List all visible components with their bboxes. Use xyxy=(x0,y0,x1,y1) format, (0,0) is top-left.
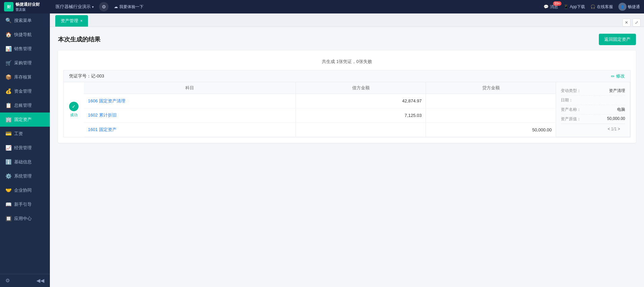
app-download-label: App下载 xyxy=(570,4,585,10)
sidebar-label-payroll: 工资 xyxy=(14,131,44,137)
side-info-row: 资产名称： 电脑 xyxy=(561,105,625,115)
sidebar-item-app-center[interactable]: 🔲 应用中心 xyxy=(0,212,50,226)
sidebar-label-search: 搜索菜单 xyxy=(14,18,44,24)
next-page-icon[interactable]: > xyxy=(618,127,620,131)
side-label-1: 日期： xyxy=(561,97,573,103)
sidebar-icon-fixed-assets: 🏢 xyxy=(5,117,11,123)
side-label-3: 资产原值： xyxy=(561,116,581,122)
settings-icon[interactable]: ⚙ xyxy=(99,2,109,11)
message-button[interactable]: 💬 消息 99+ xyxy=(544,4,558,10)
table-row: 1602 累计折旧 7,125.03 xyxy=(84,108,556,123)
sidebar-item-payroll[interactable]: 💳 工资 xyxy=(0,127,50,141)
sidebar-icon-system: ⚙️ xyxy=(5,173,11,179)
collapse-icon[interactable]: ◀◀ xyxy=(36,278,44,284)
avatar: 👤 xyxy=(618,3,626,11)
message-badge: 99+ xyxy=(553,1,561,6)
sidebar-icon-purchase: 🛒 xyxy=(5,60,11,66)
user-name: 畅捷通 xyxy=(628,4,640,10)
sidebar-item-enterprise[interactable]: 🤝 企业协同 xyxy=(0,183,50,197)
table-row: 1606 固定资产清理 42,874.97 xyxy=(84,94,556,108)
sidebar-item-system[interactable]: ⚙️ 系统管理 xyxy=(0,169,50,183)
side-info-row: 资产原值： 50,000.00 xyxy=(561,115,625,124)
tab-bar: 首页资产管理 × xyxy=(50,13,644,27)
cell-debit-1: 7,125.03 xyxy=(296,108,426,123)
company-selector[interactable]: 医疗器械行业演示 ▾ xyxy=(53,2,96,11)
cell-credit-1 xyxy=(426,108,556,123)
cell-subject-1: 1602 累计折旧 xyxy=(84,108,296,123)
sidebar-item-purchase[interactable]: 🛒 采购管理 xyxy=(0,56,50,70)
side-value-3: 50,000.00 xyxy=(607,116,625,122)
prev-page-icon[interactable]: < xyxy=(608,127,610,131)
expand-button[interactable]: ⤢ xyxy=(633,19,641,27)
tab-close-asset-management[interactable]: × xyxy=(80,19,83,23)
edit-icon: ✏ xyxy=(611,74,615,79)
customer-service-label: 在线客服 xyxy=(597,4,613,10)
sidebar-label-fixed-assets: 固定资产 xyxy=(14,117,44,123)
sidebar-icon-search: 🔍 xyxy=(5,18,11,24)
cell-debit-2 xyxy=(296,123,426,137)
app-name: 畅捷通好业财 xyxy=(16,2,40,7)
experience-label: 我要体验一下 xyxy=(119,4,144,10)
close-button[interactable]: ✕ xyxy=(622,19,631,27)
page-info: 1/1 xyxy=(611,127,617,131)
sidebar-item-quick-nav[interactable]: 🏠 快捷导航 xyxy=(0,28,50,42)
sidebar-label-basic-info: 基础信息 xyxy=(14,159,44,165)
settings-bottom-icon[interactable]: ⚙ xyxy=(5,278,10,284)
side-label-0: 变动类型： xyxy=(561,88,581,94)
phone-icon: 📱 xyxy=(563,4,569,9)
side-info-rows: 变动类型： 资产清理 日期： 资产名称： 电脑 资产原值： 50,000.00 xyxy=(561,86,625,124)
app-version: 普及版 xyxy=(16,7,40,12)
cell-subject-0: 1606 固定资产清理 xyxy=(84,94,296,108)
sidebar-label-sales: 销售管理 xyxy=(14,46,44,52)
sidebar-item-basic-info[interactable]: ℹ️ 基础信息 xyxy=(0,155,50,169)
side-value-0: 资产清理 xyxy=(609,88,625,94)
tab-asset-management[interactable]: 资产管理 × xyxy=(55,15,88,27)
voucher-table: 科目 借方金额 贷方金额 1606 固定资产清理 42,874.97 1602 … xyxy=(84,82,556,137)
sidebar-item-search[interactable]: 🔍 搜索菜单 xyxy=(0,13,50,28)
col-subject: 科目 xyxy=(84,82,296,94)
sidebar-label-enterprise: 企业协同 xyxy=(14,187,44,193)
page-header: 本次生成的结果 返回固定资产 xyxy=(58,34,636,45)
sidebar-item-ledger[interactable]: 📋 总账管理 xyxy=(0,98,50,113)
sidebar-item-inventory[interactable]: 📦 库存核算 xyxy=(0,70,50,84)
sidebar-item-fixed-assets[interactable]: 🏢 固定资产 xyxy=(0,113,50,127)
sidebar-item-operations[interactable]: 📈 经营管理 xyxy=(0,141,50,155)
logo-area: 财 畅捷通好业财 普及版 xyxy=(4,2,53,12)
message-icon: 💬 xyxy=(544,4,549,9)
sidebar-label-quick-nav: 快捷导航 xyxy=(14,32,44,38)
return-button[interactable]: 返回固定资产 xyxy=(599,34,636,45)
result-card: 共生成 1张凭证，0张失败 凭证字号：记-003 ✏ 修改 ✓ xyxy=(58,51,636,143)
sidebar-icon-ledger: 📋 xyxy=(5,102,11,108)
side-value-2: 电脑 xyxy=(617,107,625,113)
sidebar-item-sales[interactable]: 📊 销售管理 xyxy=(0,42,50,56)
page-content: 本次生成的结果 返回固定资产 共生成 1张凭证，0张失败 凭证字号：记-003 … xyxy=(50,27,644,287)
sidebar-label-ledger: 总账管理 xyxy=(14,102,44,108)
sidebar-item-fund[interactable]: 💰 资金管理 xyxy=(0,84,50,98)
experience-icon: ☁ xyxy=(114,4,118,9)
edit-button[interactable]: ✏ 修改 xyxy=(611,73,625,79)
sidebar-icon-inventory: 📦 xyxy=(5,74,11,80)
cell-subject-2: 1601 固定资产 xyxy=(84,123,296,137)
chevron-down-icon: ▾ xyxy=(92,5,94,9)
side-pagination: < 1/1 > xyxy=(561,124,625,133)
cell-debit-0: 42,874.97 xyxy=(296,94,426,108)
headset-icon: 🎧 xyxy=(590,4,595,9)
user-area[interactable]: 👤 畅捷通 xyxy=(618,3,640,11)
cell-credit-2: 50,000.00 xyxy=(426,123,556,137)
window-controls: ✕ ⤢ xyxy=(622,19,641,27)
sidebar-nav: 🔍 搜索菜单 🏠 快捷导航 📊 销售管理 🛒 采购管理 📦 库存核算 💰 资金管… xyxy=(0,13,50,226)
success-text: 成功 xyxy=(70,113,78,118)
sidebar-icon-app-center: 🔲 xyxy=(5,216,11,222)
sidebar-icon-quick-nav: 🏠 xyxy=(5,32,11,38)
customer-service-button[interactable]: 🎧 在线客服 xyxy=(590,4,613,10)
sidebar-bottom: ⚙ ◀◀ xyxy=(0,274,50,287)
side-info-panel: 变动类型： 资产清理 日期： 资产名称： 电脑 资产原值： 50,000.00 … xyxy=(556,82,630,137)
nav-bar: 医疗器械行业演示 ▾ ⚙ ☁ 我要体验一下 xyxy=(53,2,544,11)
voucher-number: 凭证字号：记-003 xyxy=(69,73,104,79)
experience-button[interactable]: ☁ 我要体验一下 xyxy=(111,3,146,11)
col-credit: 贷方金额 xyxy=(426,82,556,94)
app-download-button[interactable]: 📱 App下载 xyxy=(563,4,585,10)
top-header: 财 畅捷通好业财 普及版 医疗器械行业演示 ▾ ⚙ ☁ 我要体验一下 💬 消息 … xyxy=(0,0,644,13)
voucher-table-wrap: ✓ 成功 科目 借方金额 贷方金额 xyxy=(63,82,631,137)
sidebar-item-guide[interactable]: 📖 新手引导 xyxy=(0,197,50,212)
